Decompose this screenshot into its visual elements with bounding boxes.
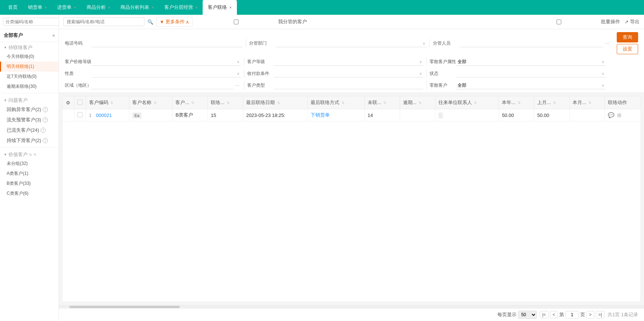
sidebar-item-a-class[interactable]: A类客户(1) bbox=[0, 169, 59, 179]
info-icon-3[interactable]: ? bbox=[43, 138, 48, 143]
col-name-header[interactable]: 客户名称 ⇅ bbox=[129, 96, 172, 109]
info-icon-2[interactable]: ? bbox=[41, 128, 46, 133]
nav-customer-tier[interactable]: 客户分层经营 × bbox=[159, 0, 203, 15]
export-button[interactable]: ↗ 导出 bbox=[624, 18, 640, 25]
sort-last-month-icon[interactable]: ⇅ bbox=[553, 101, 556, 105]
sidebar-all-customers[interactable]: 全部客户 « bbox=[0, 29, 59, 42]
col-settings-header[interactable]: ⚙ bbox=[62, 96, 74, 109]
horizontal-scrollbar[interactable] bbox=[59, 305, 644, 308]
sidebar-item-b-class[interactable]: B类客户(33) bbox=[0, 179, 59, 189]
close-sales-order[interactable]: × bbox=[45, 5, 47, 10]
nav-sales-order[interactable]: 销货单 × bbox=[23, 0, 52, 15]
col-unit-contact-header[interactable]: 往来单位联系人 ⇅ bbox=[435, 96, 499, 109]
nav-product-analysis-list[interactable]: 商品分析列表 × bbox=[115, 0, 159, 15]
sidebar-item-tomorrow[interactable]: 明天待联络(1) bbox=[0, 62, 59, 72]
region-dots-button[interactable]: ··· bbox=[234, 82, 241, 88]
next-page-button[interactable]: > bbox=[587, 311, 594, 318]
col-contact-header[interactable]: 联络... ⇅ bbox=[208, 96, 243, 109]
region-input[interactable] bbox=[91, 82, 234, 89]
sidebar-item-repurchase-anomaly[interactable]: 回购异常客户(2) ? bbox=[0, 104, 59, 115]
close-purchase-order[interactable]: × bbox=[74, 5, 76, 10]
my-customers-check[interactable] bbox=[196, 20, 277, 24]
edit-icon[interactable]: ✎ bbox=[34, 153, 36, 157]
sort-this-month-icon[interactable]: ⇅ bbox=[588, 101, 591, 105]
row-checkbox[interactable] bbox=[77, 112, 83, 117]
sort-contact-icon[interactable]: ⇅ bbox=[227, 101, 230, 105]
sort-uncontacted-icon[interactable]: ⇅ bbox=[383, 101, 386, 105]
row-action-chat-icon[interactable]: 💬 bbox=[608, 112, 614, 118]
sidebar-search-input[interactable] bbox=[3, 18, 59, 26]
status-select[interactable] bbox=[456, 70, 606, 77]
nav-product-analysis[interactable]: 商品分析 × bbox=[81, 0, 115, 15]
col-code-header[interactable]: 客户编码 ⇅ bbox=[86, 96, 129, 109]
col-this-year-header[interactable]: 本年... ⇅ bbox=[499, 96, 534, 109]
row-action-grid-icon[interactable]: ⊞ bbox=[617, 112, 622, 118]
first-page-button[interactable]: |< bbox=[540, 311, 549, 318]
search-input[interactable] bbox=[63, 17, 144, 26]
manager-input[interactable] bbox=[459, 39, 603, 47]
batch-op-check[interactable] bbox=[518, 20, 599, 24]
page-input[interactable] bbox=[566, 311, 579, 318]
manager-dots-button[interactable]: ··· bbox=[603, 40, 611, 46]
nav-home[interactable]: 首页 bbox=[3, 0, 23, 15]
sidebar-group-pending-label[interactable]: 待联络客户 bbox=[0, 42, 59, 52]
retail-customer-select[interactable]: 全部 bbox=[456, 82, 606, 89]
nav-purchase-order[interactable]: 进货单 × bbox=[52, 0, 81, 15]
row-last-method-link[interactable]: 下销货单 bbox=[311, 112, 330, 118]
sort-last-method-icon[interactable]: ⇅ bbox=[342, 101, 344, 105]
scrollbar-thumb[interactable] bbox=[69, 306, 180, 308]
col-last-method-header[interactable]: 最后联络方式 ⇅ bbox=[308, 96, 364, 109]
sidebar-item-overdue[interactable]: 逾期未联络(30) bbox=[0, 82, 59, 92]
batch-operation-checkbox[interactable]: 批量操作 bbox=[518, 18, 620, 25]
table-row: 1 000021 Ea B类客户 15 2023-05-23 18:25: 下销… bbox=[62, 109, 641, 121]
price-level-select[interactable] bbox=[91, 58, 241, 66]
sort-this-year-icon[interactable]: ⇅ bbox=[518, 101, 521, 105]
sidebar-item-7days[interactable]: 近7天待联络(0) bbox=[0, 72, 59, 82]
col-last-date-header[interactable]: 最后联络日期 ⇅ bbox=[243, 96, 308, 109]
customer-level-select[interactable] bbox=[274, 58, 423, 66]
sort-overdue-icon[interactable]: ⇅ bbox=[419, 101, 421, 105]
nature-select[interactable] bbox=[91, 70, 241, 77]
customer-type-input[interactable] bbox=[274, 82, 423, 89]
col-uncontacted-header[interactable]: 未联... ⇅ bbox=[364, 96, 400, 109]
page-size-select[interactable]: 50 20 100 200 bbox=[518, 311, 537, 319]
sort-category-icon[interactable]: ⇅ bbox=[191, 101, 194, 105]
close-customer-tier[interactable]: × bbox=[195, 5, 197, 10]
dept-select[interactable] bbox=[276, 39, 427, 47]
col-overdue-header[interactable]: 逾期... ⇅ bbox=[400, 96, 435, 109]
sidebar-item-ungroup[interactable]: 未分组(32) bbox=[0, 159, 59, 169]
more-conditions-button[interactable]: ▼ 更多条件 ∧ bbox=[156, 17, 193, 27]
refresh-icon[interactable]: ↻ bbox=[29, 153, 32, 157]
nav-customer-contact[interactable]: 客户联络 × bbox=[203, 0, 237, 15]
sort-name-icon[interactable]: ⇅ bbox=[154, 101, 157, 105]
col-category-header[interactable]: 客户... ⇅ bbox=[172, 96, 208, 109]
info-icon-1[interactable]: ? bbox=[43, 117, 48, 122]
sidebar-item-churned[interactable]: 已流失客户(24) ? bbox=[0, 125, 59, 135]
sort-unit-contact-icon[interactable]: ⇅ bbox=[474, 101, 477, 105]
row-code-link[interactable]: 000021 bbox=[96, 113, 112, 118]
sort-code-icon[interactable]: ⇅ bbox=[110, 101, 113, 105]
info-icon-0[interactable]: ? bbox=[43, 107, 48, 112]
reset-button[interactable]: 设置 bbox=[617, 44, 638, 54]
col-last-month-header[interactable]: 上月... ⇅ bbox=[534, 96, 570, 109]
sidebar-group-value-label[interactable]: 价值客户 ↻ ✎ bbox=[0, 149, 59, 159]
close-product-analysis[interactable]: × bbox=[108, 5, 110, 10]
query-button[interactable]: 查询 bbox=[617, 32, 638, 42]
sidebar-item-declining[interactable]: 持续下滑客户(2) ? bbox=[0, 135, 59, 146]
close-product-analysis-list[interactable]: × bbox=[151, 5, 154, 10]
search-button[interactable]: 🔍 bbox=[147, 19, 153, 25]
payment-select[interactable] bbox=[274, 70, 423, 77]
prev-page-button[interactable]: < bbox=[550, 311, 558, 318]
col-this-month-header[interactable]: 本月... ⇅ bbox=[570, 96, 605, 109]
my-customers-checkbox[interactable]: 我分管的客户 bbox=[196, 18, 307, 25]
header-checkbox[interactable] bbox=[77, 100, 83, 105]
phone-input[interactable] bbox=[91, 39, 243, 47]
sidebar-group-problem-label[interactable]: 问题客户 bbox=[0, 95, 59, 104]
sort-last-date-icon[interactable]: ⇅ bbox=[277, 101, 280, 105]
sidebar-item-churn-warning[interactable]: 流失预警客户(3) ? bbox=[0, 115, 59, 125]
sidebar-item-today[interactable]: 今天待联络(0) bbox=[0, 52, 59, 62]
close-customer-contact[interactable]: × bbox=[229, 5, 231, 10]
retail-attr-select[interactable]: 全部 bbox=[456, 58, 606, 66]
last-page-button[interactable]: >| bbox=[596, 311, 605, 318]
sidebar-item-c-class[interactable]: C类客户(6) bbox=[0, 189, 59, 199]
